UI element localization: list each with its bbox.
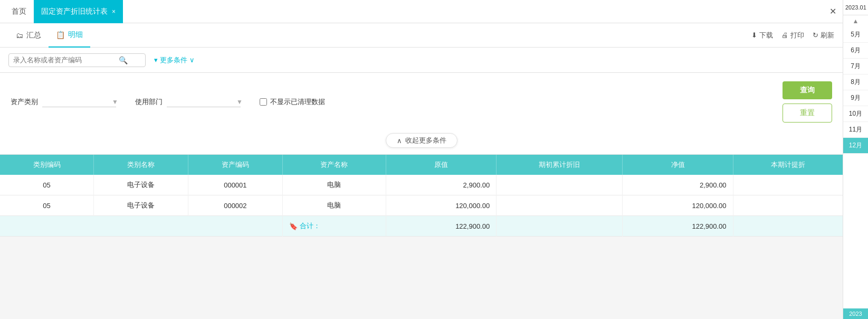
cell-asset-code: 000002 — [188, 195, 282, 216]
col-asset-name: 资产名称 — [282, 155, 386, 175]
query-button[interactable]: 查询 — [783, 81, 832, 99]
search-icon: 🔍 — [119, 56, 128, 64]
collapse-more-label: 收起更多条件 — [405, 136, 446, 145]
total-original-value: 122,900.00 — [386, 216, 497, 237]
searchbar: 🔍 ▾ 更多条件 ∨ — [0, 48, 843, 73]
total-current-depreciation — [733, 216, 843, 237]
cell-net-value: 120,000.00 — [623, 195, 733, 216]
hide-cleared-checkbox[interactable] — [260, 98, 267, 106]
print-icon: 🖨 — [781, 31, 788, 39]
sidebar-month[interactable]: 7月 — [843, 59, 868, 74]
department-select[interactable] — [167, 97, 241, 107]
window-close-button[interactable]: ✕ — [829, 6, 836, 16]
topnav: 首页 固定资产折旧统计表 × ✕ — [0, 0, 843, 23]
tabbar: 🗂 汇总 📋 明细 ⬇ 下载 🖨 打印 ↻ 刷新 — [0, 23, 843, 48]
tab-summary-label: 汇总 — [26, 31, 41, 40]
total-net-value: 122,900.00 — [623, 216, 733, 237]
cell-net-value: 2,900.00 — [623, 175, 733, 195]
total-accumulated-depreciation — [497, 216, 623, 237]
table-row: 05 电子设备 000002 电脑 120,000.00 120,000.00 — [0, 195, 843, 216]
sidebar-month[interactable]: 12月 — [843, 138, 868, 154]
asset-category-select[interactable] — [42, 97, 116, 107]
cell-original-value: 120,000.00 — [386, 195, 497, 216]
home-tab[interactable]: 首页 — [6, 7, 32, 16]
refresh-label: 刷新 — [821, 31, 834, 40]
tab-detail[interactable]: 📋 明细 — [49, 23, 90, 48]
asset-category-field: 资产类别 ▼ — [11, 97, 118, 107]
table-total-row: 🔖 合计： 122,900.00 122,900.00 — [0, 216, 843, 237]
total-label-cell: 🔖 合计： — [283, 216, 386, 236]
data-table: 类别编码 类别名称 资产编码 资产名称 原值 期初累计折旧 净值 本期计提折 0… — [0, 155, 843, 237]
tabbar-actions: ⬇ 下载 🖨 打印 ↻ 刷新 — [751, 31, 834, 40]
print-button[interactable]: 🖨 打印 — [781, 31, 804, 40]
department-label: 使用部门 — [135, 97, 163, 107]
cell-category-name: 电子设备 — [94, 175, 188, 195]
chevron-down-icon: ∨ — [189, 56, 195, 64]
cell-asset-name: 电脑 — [282, 195, 386, 216]
cell-asset-code: 000001 — [188, 175, 282, 195]
collapse-more: ∧ 收起更多条件 — [11, 129, 832, 150]
col-category-name: 类别名称 — [94, 155, 188, 175]
sidebar-year-badge: 2023 — [843, 308, 868, 319]
reset-button[interactable]: 重置 — [783, 104, 832, 123]
more-conditions-label: 更多条件 — [160, 55, 187, 65]
cell-original-value: 2,900.00 — [386, 175, 497, 195]
col-accumulated-depreciation: 期初累计折旧 — [497, 155, 623, 175]
sidebar-scroll-up-button[interactable]: ▲ — [843, 15, 868, 27]
sidebar-month[interactable]: 11月 — [843, 122, 868, 138]
chevron-up-icon: ∧ — [397, 137, 402, 145]
filter-panel: 资产类别 ▼ 使用部门 ▼ 不显示已清理数据 查询 重置 — [0, 73, 843, 155]
tab-close-button[interactable]: × — [112, 8, 116, 15]
print-label: 打印 — [790, 31, 804, 40]
hide-cleared-label: 不显示已清理数据 — [270, 97, 325, 107]
cell-accumulated-depreciation — [497, 195, 623, 216]
cell-category-name: 电子设备 — [94, 195, 188, 216]
tab-title: 固定资产折旧统计表 — [41, 7, 108, 16]
collapse-more-button[interactable]: ∧ 收起更多条件 — [386, 133, 457, 148]
cell-category-code: 05 — [0, 175, 94, 195]
col-asset-code: 资产编码 — [188, 155, 282, 175]
filter-actions: 查询 重置 — [783, 81, 832, 123]
sidebar-month[interactable]: 8月 — [843, 74, 868, 90]
sidebar-date-label: 2023.01 — [843, 0, 868, 15]
col-category-code: 类别编码 — [0, 155, 94, 175]
sidebar-month[interactable]: 6月 — [843, 43, 868, 59]
download-label: 下载 — [759, 31, 773, 40]
download-icon: ⬇ — [751, 31, 757, 39]
search-input-wrap[interactable]: 🔍 — [8, 53, 146, 67]
data-table-wrap: 类别编码 类别名称 资产编码 资产名称 原值 期初累计折旧 净值 本期计提折 0… — [0, 155, 843, 319]
cell-asset-name: 电脑 — [282, 175, 386, 195]
cell-current-depreciation — [733, 195, 843, 216]
summary-icon: 🗂 — [16, 31, 23, 40]
cell-accumulated-depreciation — [497, 175, 623, 195]
department-field: 使用部门 ▼ — [135, 97, 243, 107]
table-row: 05 电子设备 000001 电脑 2,900.00 2,900.00 — [0, 175, 843, 195]
tab-summary[interactable]: 🗂 汇总 — [8, 23, 49, 48]
sidebar-months: 5月6月7月8月9月10月11月12月 — [843, 27, 868, 308]
sidebar-month[interactable]: 10月 — [843, 106, 868, 122]
active-tab[interactable]: 固定资产折旧统计表 × — [34, 0, 123, 23]
col-original-value: 原值 — [386, 155, 497, 175]
hide-cleared-field: 不显示已清理数据 — [260, 97, 325, 107]
col-net-value: 净值 — [623, 155, 733, 175]
col-current-depreciation: 本期计提折 — [733, 155, 843, 175]
sidebar-month[interactable]: 5月 — [843, 27, 868, 43]
sidebar-month[interactable]: 9月 — [843, 90, 868, 106]
total-icon: 🔖 — [289, 222, 298, 230]
refresh-button[interactable]: ↻ 刷新 — [813, 31, 834, 40]
asset-category-label: 资产类别 — [11, 97, 38, 107]
search-input[interactable] — [13, 56, 119, 64]
date-sidebar: 2023.01 ▲ 5月6月7月8月9月10月11月12月 2023 — [843, 0, 868, 319]
table-header-row: 类别编码 类别名称 资产编码 资产名称 原值 期初累计折旧 净值 本期计提折 — [0, 155, 843, 175]
refresh-icon: ↻ — [813, 31, 818, 39]
detail-icon: 📋 — [56, 31, 65, 39]
total-icon-cell — [0, 216, 282, 237]
total-label: 合计： — [300, 221, 320, 231]
filter-row: 资产类别 ▼ 使用部门 ▼ 不显示已清理数据 查询 重置 — [11, 81, 832, 123]
download-button[interactable]: ⬇ 下载 — [751, 31, 773, 40]
more-conditions-button[interactable]: ▾ 更多条件 ∨ — [154, 55, 195, 65]
cell-current-depreciation — [733, 175, 843, 195]
cell-category-code: 05 — [0, 195, 94, 216]
filter-icon: ▾ — [154, 56, 158, 64]
tab-detail-label: 明细 — [68, 30, 83, 40]
